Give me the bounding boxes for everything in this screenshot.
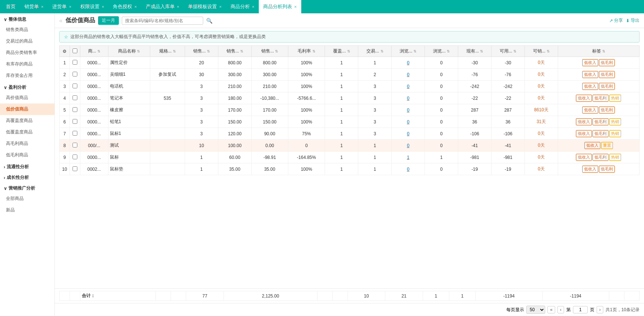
header-browse1[interactable]: 浏览... ⇅ — [392, 46, 425, 57]
nav-analysis[interactable]: 商品分析 × — [226, 0, 259, 13]
row-checkbox[interactable] — [70, 140, 80, 152]
browse-link[interactable]: 0 — [407, 108, 409, 113]
close-icon[interactable]: × — [134, 4, 137, 9]
header-sales2[interactable]: 销售... ⇅ — [218, 46, 251, 57]
row-browse1[interactable]: 0 — [392, 128, 425, 140]
header-tags[interactable]: 标签 ⇅ — [558, 46, 639, 57]
sidebar-item-stock[interactable]: 有库存的商品 — [0, 58, 54, 70]
row-checkbox[interactable] — [70, 69, 80, 81]
header-margin[interactable]: 毛利率 ⇅ — [288, 46, 325, 57]
close-icon[interactable]: × — [252, 4, 254, 9]
share-button[interactable]: ↗ 分享 — [609, 17, 623, 24]
row-browse1[interactable]: 0 — [392, 57, 425, 69]
nav-home[interactable]: 首页 — [1, 0, 20, 13]
row-browse1[interactable]: 0 — [392, 116, 425, 128]
header-spec[interactable]: 规格... ⇅ — [150, 46, 185, 57]
close-icon[interactable]: × — [41, 4, 43, 9]
sidebar-section-profit[interactable]: ∨ 盈利分析 — [0, 81, 54, 92]
row-select-checkbox[interactable] — [73, 131, 77, 136]
row-browse1[interactable]: 0 — [392, 104, 425, 116]
browse-link[interactable]: 0 — [407, 84, 409, 89]
row-select-checkbox[interactable] — [73, 95, 77, 100]
nav-role[interactable]: 角色授权 × — [108, 0, 141, 13]
header-trade[interactable]: 交易... ⇅ — [358, 46, 392, 57]
sidebar-section-growth[interactable]: › 成长性分析 — [0, 171, 54, 182]
row-checkbox[interactable] — [70, 81, 80, 92]
browse-link[interactable]: 0 — [407, 96, 409, 101]
row-select-checkbox[interactable] — [73, 166, 77, 171]
sidebar-section-overall[interactable]: ∨ 整体信息 — [0, 13, 54, 24]
nav-sales[interactable]: 销货单 × — [20, 0, 48, 13]
row-checkbox[interactable] — [70, 92, 80, 104]
row-checkbox[interactable] — [70, 152, 80, 163]
search-input[interactable] — [122, 17, 203, 25]
header-sales1[interactable]: 销售... ⇅ — [185, 46, 218, 57]
search-icon[interactable]: 🔍 — [206, 18, 212, 24]
header-browse2[interactable]: 浏览... ⇅ — [425, 46, 458, 57]
row-checkbox[interactable] — [70, 128, 80, 140]
row-checkbox[interactable] — [70, 57, 80, 69]
browse-link[interactable]: 0 — [407, 143, 409, 148]
close-icon[interactable]: × — [219, 4, 221, 9]
header-sales3[interactable]: 销售... ⇅ — [251, 46, 288, 57]
next-page-button[interactable]: › — [597, 306, 603, 313]
header-checkbox[interactable] — [70, 46, 80, 57]
row-checkbox[interactable] — [70, 116, 80, 128]
row-select-checkbox[interactable] — [73, 84, 77, 88]
nav-purchase[interactable]: 进货单 × — [48, 0, 76, 13]
sidebar-item-high-value[interactable]: 高价值商品 — [0, 92, 54, 103]
sidebar-item-category-rate[interactable]: 商品分类销售率 — [0, 47, 54, 58]
sidebar-section-flow[interactable]: › 流通性分析 — [0, 161, 54, 171]
sidebar-item-low-coverage[interactable]: 低覆盖度商品 — [0, 126, 54, 138]
sidebar-item-capital[interactable]: 库存资金占用 — [0, 70, 54, 81]
row-select-checkbox[interactable] — [73, 119, 77, 124]
row-select-checkbox[interactable] — [73, 154, 77, 159]
select-all-checkbox[interactable] — [73, 48, 77, 53]
header-coverage[interactable]: 覆盖... ⇅ — [325, 46, 358, 57]
page-number-input[interactable] — [573, 306, 588, 313]
row-browse1[interactable]: 0 — [392, 163, 425, 175]
sidebar-item-low-margin[interactable]: 低毛利商品 — [0, 149, 54, 161]
row-browse1[interactable]: 0 — [392, 140, 425, 152]
collapse-button[interactable]: « — [59, 17, 63, 24]
header-available[interactable]: 可用... ⇅ — [492, 46, 525, 57]
row-browse1[interactable]: 1 — [392, 152, 425, 163]
close-icon[interactable]: × — [69, 4, 71, 9]
prev-page-button[interactable]: ‹ — [557, 306, 564, 313]
sidebar-item-all-goods[interactable]: 全部商品 — [0, 193, 54, 204]
filter-recent-month[interactable]: 近一月 — [98, 16, 119, 25]
header-name[interactable]: 商品名称 ⇅ — [108, 46, 150, 57]
row-checkbox[interactable] — [70, 163, 80, 175]
first-page-button[interactable]: « — [547, 306, 555, 313]
sidebar-item-high-coverage[interactable]: 高覆盖度商品 — [0, 115, 54, 126]
browse-link[interactable]: 0 — [407, 72, 409, 77]
nav-template[interactable]: 单据模板设置 × — [184, 0, 226, 13]
sidebar-section-marketing[interactable]: ∨ 营销推广分析 — [0, 182, 54, 193]
close-icon[interactable]: × — [177, 4, 179, 9]
sidebar-item-high-margin[interactable]: 高毛利商品 — [0, 138, 54, 149]
page-size-select[interactable]: 20 50 100 — [526, 306, 545, 314]
export-button[interactable]: ⬇ 导出 — [626, 17, 640, 24]
nav-analysis-list[interactable]: 商品分析列表 × — [259, 0, 301, 13]
header-gear[interactable]: ⚙ — [60, 46, 70, 57]
browse-link[interactable]: 0 — [407, 167, 409, 172]
nav-permission[interactable]: 权限设置 × — [76, 0, 108, 13]
sidebar-item-sales-goods[interactable]: 销售类商品 — [0, 24, 54, 35]
nav-inbound[interactable]: 产成品入库单 × — [141, 0, 184, 13]
row-select-checkbox[interactable] — [73, 72, 77, 77]
header-current[interactable]: 现有... ⇅ — [458, 46, 492, 57]
close-icon[interactable]: × — [294, 4, 296, 9]
browse-link[interactable]: 0 — [407, 131, 409, 136]
browse-link[interactable]: 0 — [407, 119, 409, 125]
row-browse1[interactable]: 0 — [392, 81, 425, 92]
header-code[interactable]: 商... ⇅ — [80, 46, 108, 57]
browse-link[interactable]: 1 — [407, 155, 409, 160]
row-checkbox[interactable] — [70, 104, 80, 116]
row-browse1[interactable]: 0 — [392, 92, 425, 104]
sidebar-item-new-goods[interactable]: 新品 — [0, 204, 54, 216]
sidebar-item-low-value[interactable]: 低价值商品 — [0, 103, 54, 115]
header-saleable[interactable]: 可销... ⇅ — [524, 46, 558, 57]
sidebar-item-traded[interactable]: 交易过的商品 — [0, 35, 54, 47]
row-select-checkbox[interactable] — [73, 107, 77, 112]
close-icon[interactable]: × — [102, 4, 104, 9]
